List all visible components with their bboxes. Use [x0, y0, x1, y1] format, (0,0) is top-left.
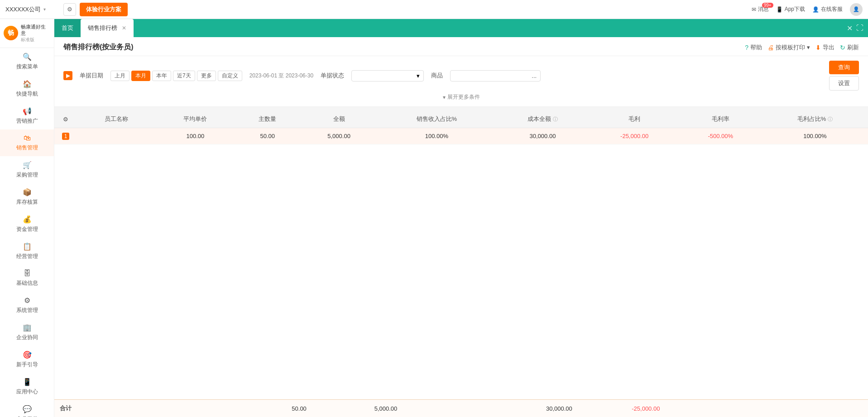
avatar[interactable]: 👤: [850, 3, 863, 16]
status-select[interactable]: ▾: [351, 70, 424, 81]
print-button[interactable]: 🖨 按模板打印 ▾: [767, 43, 810, 52]
export-button[interactable]: ⬇ 导出: [815, 43, 834, 52]
status-dropdown-icon: ▾: [417, 72, 420, 79]
col-header-cost: 成本全额 ⓘ: [496, 110, 590, 128]
expand-more-btn[interactable]: ▾ 展开更多条件: [63, 91, 859, 102]
set-button[interactable]: 设置: [829, 76, 859, 91]
sidebar-item-quicknav[interactable]: 🏠 快捷导航: [0, 75, 54, 102]
refresh-icon: ↻: [840, 44, 845, 51]
sidebar-item-inventory[interactable]: 📦 库存核算: [0, 183, 54, 211]
date-btn-more[interactable]: 更多: [197, 71, 216, 81]
sales-icon: 🛍: [24, 134, 31, 142]
col-header-settings[interactable]: ⚙: [54, 110, 77, 128]
online-service-label: 在线客服: [821, 5, 843, 13]
date-range-display: 2023-06-01 至 2023-06-30: [249, 72, 313, 80]
gross-ratio-info-icon[interactable]: ⓘ: [828, 116, 833, 122]
sidebar-item-wechat[interactable]: 💬 企业微信: [0, 400, 54, 417]
date-btn-last-month[interactable]: 上月: [110, 71, 129, 81]
enterprise-icon: 🏢: [23, 323, 32, 332]
inventory-icon: 📦: [23, 188, 32, 197]
sidebar-item-guide[interactable]: 🎯 新手引导: [0, 346, 54, 373]
goods-input-ellipsis: ...: [532, 72, 537, 79]
date-btn-7days[interactable]: 近7天: [173, 71, 195, 81]
service-icon: 👤: [812, 6, 819, 13]
finance-icon: 💰: [23, 215, 32, 224]
filter-expand-icon[interactable]: ▶: [63, 71, 72, 80]
sidebar-item-appcenter[interactable]: 📱 应用中心: [0, 373, 54, 400]
main-layout: 畅 畅康通好生意 标准版 🔍 搜索菜单 🏠 快捷导航 📢 营销推广 🛍 销售管理…: [0, 19, 868, 417]
footer-cell-amount: 5,000.00: [342, 405, 429, 412]
sidebar-label-operations: 经营管理: [16, 253, 38, 260]
tab-bar-actions: ✕ ⛶: [847, 24, 868, 33]
sidebar-logo: 畅 畅康通好生意 标准版: [0, 19, 54, 48]
col-header-gross-ratio: 毛利占比% ⓘ: [762, 110, 868, 128]
expand-more-label: 展开更多条件: [447, 93, 480, 101]
sidebar-item-search[interactable]: 🔍 搜索菜单: [0, 48, 54, 75]
refresh-button[interactable]: ↻ 刷新: [840, 43, 859, 52]
system-icon: ⚙: [24, 296, 30, 305]
message-badge: 99+: [762, 3, 773, 8]
app-download-item[interactable]: 📱 App下载: [776, 5, 805, 13]
company-selector[interactable]: XXXXXX公司 ▾: [5, 5, 60, 14]
sidebar-label-basicinfo: 基础信息: [16, 279, 38, 287]
chevron-down-icon: ▾: [43, 7, 46, 12]
logo-icon: 畅: [4, 26, 18, 40]
goods-input[interactable]: ...: [450, 70, 541, 81]
sales-rank-tab-label: 销售排行榜: [88, 24, 117, 32]
sidebar-label-purchase: 采购管理: [16, 171, 38, 179]
sidebar-label-system: 系统管理: [16, 307, 38, 314]
tab-home[interactable]: 首页: [54, 19, 81, 37]
sidebar-item-marketing[interactable]: 📢 营销推广: [0, 102, 54, 129]
message-item[interactable]: ✉ 消息 99+: [752, 5, 769, 13]
print-icon: 🖨: [767, 44, 774, 51]
cell-avg-price: 100.00: [156, 128, 235, 144]
table-wrapper: ⚙ 员工名称 平均单价 主数量 全额 销售收入占比% 成本全额 ⓘ 毛利 毛利率…: [54, 110, 868, 399]
query-button[interactable]: 查询: [829, 61, 859, 74]
data-table: ⚙ 员工名称 平均单价 主数量 全额 销售收入占比% 成本全额 ⓘ 毛利 毛利率…: [54, 110, 868, 144]
page-header: 销售排行榜(按业务员) ? 帮助 🖨 按模板打印 ▾ ⬇ 导出: [54, 37, 868, 56]
sidebar-item-finance[interactable]: 💰 资金管理: [0, 211, 54, 238]
filter-right: 查询 设置: [829, 61, 859, 91]
home-tab-label: 首页: [62, 24, 73, 32]
trial-button[interactable]: 体验行业方案: [80, 3, 128, 16]
sidebar-item-enterprise[interactable]: 🏢 企业协同: [0, 319, 54, 346]
tab-maximize-button[interactable]: ⛶: [856, 24, 863, 33]
tab-close-icon[interactable]: ✕: [122, 25, 126, 31]
footer-total-label: 合计: [60, 404, 82, 412]
online-service-item[interactable]: 👤 在线客服: [812, 5, 843, 13]
message-icon: ✉: [752, 6, 756, 13]
tab-sales-rank[interactable]: 销售排行榜 ✕: [81, 19, 134, 37]
footer-cell-name: [82, 405, 169, 412]
status-filter-label: 单据状态: [321, 72, 344, 80]
footer-cell-sales-ratio: [429, 405, 516, 412]
footer-cells: 50.00 5,000.00 30,000.00 -25,000.00: [82, 405, 863, 412]
app-icon: 📱: [776, 6, 783, 13]
sidebar-item-sales[interactable]: 🛍 销售管理: [0, 129, 54, 156]
sidebar-item-basicinfo[interactable]: 🗄 基础信息: [0, 265, 54, 292]
table-footer: 合计 50.00 5,000.00 30,000.00 -25,000.00: [54, 399, 868, 417]
app-download-label: App下载: [785, 5, 805, 13]
date-btn-this-month[interactable]: 本月: [131, 71, 150, 81]
col-header-qty: 主数量: [235, 110, 300, 128]
basicinfo-icon: 🗄: [24, 269, 31, 278]
cell-qty: 50.00: [235, 128, 300, 144]
help-button[interactable]: ? 帮助: [745, 43, 762, 52]
purchase-icon: 🛒: [23, 161, 32, 169]
operations-icon: 📋: [23, 242, 32, 251]
sidebar-item-system[interactable]: ⚙ 系统管理: [0, 292, 54, 319]
settings-button[interactable]: ⚙: [63, 3, 76, 16]
tab-close-window-button[interactable]: ✕: [847, 24, 853, 33]
col-header-name: 员工名称: [77, 110, 156, 128]
footer-cell-cost: 30,000.00: [516, 405, 602, 412]
sidebar-item-purchase[interactable]: 🛒 采购管理: [0, 156, 54, 183]
footer-cell-gross: -25,000.00: [603, 405, 689, 412]
refresh-label: 刷新: [847, 43, 859, 52]
date-btn-this-year[interactable]: 本年: [152, 71, 171, 81]
col-header-avg-price: 平均单价: [156, 110, 235, 128]
cost-info-icon[interactable]: ⓘ: [553, 116, 558, 122]
logo-edition: 标准版: [21, 37, 50, 43]
sidebar-item-operations[interactable]: 📋 经营管理: [0, 238, 54, 265]
help-label: 帮助: [750, 43, 762, 52]
date-btn-custom[interactable]: 自定义: [218, 71, 242, 81]
print-dropdown-icon[interactable]: ▾: [807, 44, 810, 51]
